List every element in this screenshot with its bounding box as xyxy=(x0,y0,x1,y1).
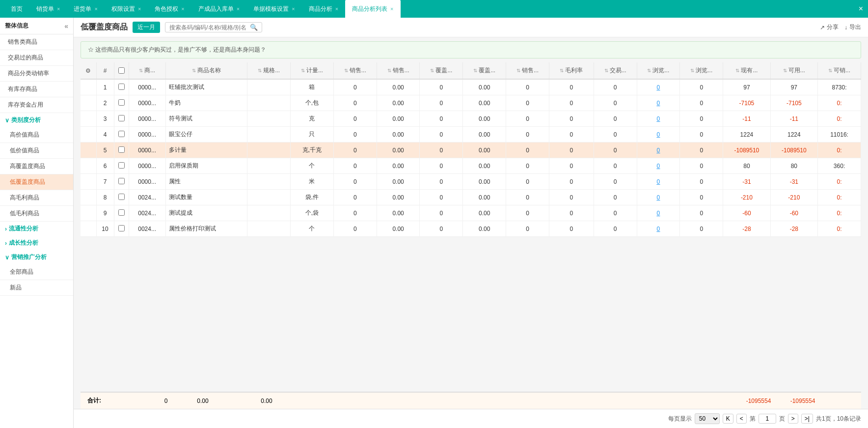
per-page-select[interactable]: 50 20 100 xyxy=(695,413,720,424)
th-cover1[interactable]: ⇅覆盖... xyxy=(420,62,463,79)
sidebar-group-marketing[interactable]: ∨ 营销推广分析 xyxy=(0,250,73,264)
sidebar-group-category[interactable]: ∨ 类别度分析 xyxy=(0,113,73,127)
th-trade[interactable]: ⇅交易... xyxy=(594,62,637,79)
nav-close-role[interactable]: × xyxy=(181,6,184,12)
th-view2[interactable]: ⇅浏览... xyxy=(680,62,723,79)
row-checkbox[interactable] xyxy=(114,143,129,158)
th-gross[interactable]: ⇅毛利率 xyxy=(549,62,594,79)
first-page-button[interactable]: K xyxy=(723,414,733,424)
row-saleable: 0: xyxy=(818,95,861,111)
total-row: 合计: 0 0.00 0.00 -1095554 -1095554 xyxy=(81,392,861,409)
search-input[interactable] xyxy=(169,24,248,31)
nav-close-product[interactable]: × xyxy=(237,6,240,12)
row-sales-qty: 0 xyxy=(333,95,377,111)
th-name[interactable]: ⇅商品名称 xyxy=(165,62,247,79)
row-view1[interactable]: 0 xyxy=(637,143,680,158)
nav-template-settings[interactable]: 单据模板设置 × xyxy=(246,0,301,18)
row-num: 1 xyxy=(96,79,114,95)
page-number-input[interactable] xyxy=(759,414,776,424)
sort-icon-saleable: ⇅ xyxy=(828,68,832,73)
row-checkbox[interactable] xyxy=(114,158,129,174)
row-view1[interactable]: 0 xyxy=(637,221,680,237)
row-view1[interactable]: 0 xyxy=(637,190,680,205)
row-checkbox[interactable] xyxy=(114,79,129,95)
row-view1[interactable]: 0 xyxy=(637,127,680,143)
sidebar-item-capital-use[interactable]: 库存资金占用 xyxy=(0,97,73,113)
sidebar-item-traded-goods[interactable]: 交易过的商品 xyxy=(0,50,73,66)
row-checkbox[interactable] xyxy=(114,205,129,221)
nav-close-analysis[interactable]: × xyxy=(335,6,338,12)
th-current[interactable]: ⇅现有... xyxy=(723,62,770,79)
nav-product-entry[interactable]: 产成品入库单 × xyxy=(191,0,246,18)
row-checkbox[interactable] xyxy=(114,190,129,205)
sort-icon-view2: ⇅ xyxy=(690,68,694,73)
nav-product-analysis[interactable]: 商品分析 × xyxy=(302,0,345,18)
export-button[interactable]: ↓ 导出 xyxy=(844,23,861,31)
last-page-button[interactable]: >| xyxy=(801,414,813,424)
th-sales-amt[interactable]: ⇅销售... xyxy=(377,62,420,79)
th-spec[interactable]: ⇅规格... xyxy=(247,62,291,79)
row-checkbox[interactable] xyxy=(114,221,129,237)
th-code[interactable]: ⇅商... xyxy=(129,62,165,79)
th-available[interactable]: ⇅可用... xyxy=(770,62,817,79)
sidebar-item-category-turnover[interactable]: 商品分类动销率 xyxy=(0,66,73,82)
row-checkbox[interactable] xyxy=(114,95,129,111)
sidebar-group-growth[interactable]: › 成长性分析 xyxy=(0,236,73,250)
sidebar-item-sales-goods[interactable]: 销售类商品 xyxy=(0,34,73,50)
row-view1[interactable]: 0 xyxy=(637,174,680,190)
date-filter-button[interactable]: 近一月 xyxy=(133,22,160,33)
nav-role-auth[interactable]: 角色授权 × xyxy=(148,0,191,18)
nav-close-analysis-list[interactable]: × xyxy=(390,6,393,12)
settings-icon[interactable]: ⚙ xyxy=(85,67,91,74)
sidebar-group-circulation[interactable]: › 流通性分析 xyxy=(0,222,73,236)
nav-permissions[interactable]: 权限设置 × xyxy=(105,0,148,18)
row-gross: 0 xyxy=(549,95,594,111)
th-sales-qty[interactable]: ⇅销售... xyxy=(333,62,377,79)
row-settings xyxy=(81,127,96,143)
prev-page-button[interactable]: < xyxy=(736,414,747,424)
row-view1[interactable]: 0 xyxy=(637,111,680,127)
nav-close-all[interactable]: × xyxy=(859,4,863,13)
sidebar-item-all-goods[interactable]: 全部商品 xyxy=(0,264,73,280)
nav-close-permissions[interactable]: × xyxy=(138,6,141,12)
row-view1[interactable]: 0 xyxy=(637,205,680,221)
th-saleable[interactable]: ⇅可销... xyxy=(818,62,861,79)
sidebar-item-low-gross[interactable]: 低毛利商品 xyxy=(0,206,73,222)
row-code: 0000... xyxy=(129,143,165,158)
nav-close-sales[interactable]: × xyxy=(57,6,60,12)
nav-close-template[interactable]: × xyxy=(292,6,295,12)
th-unit[interactable]: ⇅计量... xyxy=(291,62,334,79)
nav-close-purchase[interactable]: × xyxy=(94,6,97,12)
select-all-checkbox[interactable] xyxy=(118,67,125,74)
sidebar-item-low-coverage[interactable]: 低覆盖度商品 xyxy=(0,174,73,190)
row-checkbox[interactable] xyxy=(114,127,129,143)
row-view1[interactable]: 0 xyxy=(637,95,680,111)
nav-analysis-list[interactable]: 商品分析列表 × xyxy=(345,0,400,18)
row-num: 5 xyxy=(96,143,114,158)
nav-sales-order[interactable]: 销货单 × xyxy=(29,0,67,18)
sidebar-item-high-gross[interactable]: 高毛利商品 xyxy=(0,190,73,206)
nav-purchase-order[interactable]: 进货单 × xyxy=(67,0,104,18)
row-checkbox[interactable] xyxy=(114,174,129,190)
sidebar-item-low-value[interactable]: 低价值商品 xyxy=(0,143,73,159)
nav-home[interactable]: 首页 xyxy=(4,0,29,18)
row-saleable: 8730: xyxy=(818,79,861,95)
row-sales3: 0 xyxy=(506,158,549,174)
share-button[interactable]: ↗ 分享 xyxy=(820,23,839,31)
row-checkbox[interactable] xyxy=(114,111,129,127)
sidebar-item-high-value[interactable]: 高价值商品 xyxy=(0,127,73,143)
sidebar-collapse-btn[interactable]: « xyxy=(64,22,68,30)
row-view1[interactable]: 0 xyxy=(637,158,680,174)
total-sales-amt: 0.00 xyxy=(186,398,220,404)
search-icon[interactable]: 🔍 xyxy=(250,24,258,31)
th-sales3[interactable]: ⇅销售... xyxy=(506,62,549,79)
row-view1[interactable]: 0 xyxy=(637,79,680,95)
th-cover2[interactable]: ⇅覆盖... xyxy=(463,62,506,79)
sidebar-item-in-stock[interactable]: 有库存商品 xyxy=(0,82,73,97)
sidebar-item-new-goods[interactable]: 新品 xyxy=(0,280,73,296)
th-settings[interactable]: ⚙ xyxy=(81,62,96,79)
next-page-button[interactable]: > xyxy=(788,414,798,424)
th-view1[interactable]: ⇅浏览... xyxy=(637,62,680,79)
sidebar-item-high-coverage[interactable]: 高覆盖度商品 xyxy=(0,159,73,174)
table-row: 7 0000... 属性 米 0 0.00 0 0.00 0 0 0 0 0 -… xyxy=(81,174,861,190)
